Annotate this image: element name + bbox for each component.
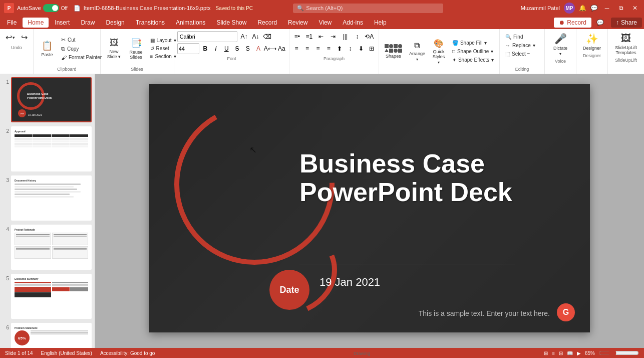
numbered-list-button[interactable]: ≡1 bbox=[303, 31, 314, 42]
menu-help[interactable]: Help bbox=[369, 18, 392, 28]
align-bottom-button[interactable]: ⬇ bbox=[356, 43, 366, 54]
line-spacing-button[interactable]: ↕ bbox=[352, 31, 363, 42]
arrange-button[interactable]: ⧉ Arrange ▾ bbox=[407, 40, 428, 63]
select-button[interactable]: ⬚ Select ~ bbox=[503, 50, 541, 58]
menu-review[interactable]: Review bbox=[283, 18, 312, 28]
paste-button[interactable]: 📋 Paste bbox=[37, 38, 58, 59]
slide-thumb-4[interactable]: Project Rationale bbox=[11, 225, 92, 270]
shape-fill-button[interactable]: 🪣 Shape Fill ▾ bbox=[450, 39, 496, 47]
zoom-slider[interactable] bbox=[599, 351, 639, 355]
align-top-button[interactable]: ⬆ bbox=[335, 43, 344, 54]
slide-sample-text[interactable]: This is a sample text. Enter your text h… bbox=[419, 309, 550, 317]
comment-icon[interactable]: 💬 bbox=[593, 18, 607, 28]
slideuplift-button[interactable]: 🖼 SlideUpLiftTemplates bbox=[611, 31, 641, 57]
view-normal-button[interactable]: ⊞ bbox=[544, 350, 548, 356]
undo-button[interactable]: ↩ ▾ bbox=[3, 31, 18, 44]
slide-thumb-1[interactable]: Business CasePowerPoint Deck Date 19 Jan… bbox=[11, 77, 92, 122]
comment-icon[interactable]: 💬 bbox=[590, 5, 598, 12]
menu-transitions[interactable]: Transitions bbox=[131, 18, 170, 28]
replace-button[interactable]: ↔ Replace ▾ bbox=[503, 42, 541, 49]
slide-item-2[interactable]: 2 Approval bbox=[2, 125, 93, 172]
menu-animations[interactable]: Animations bbox=[171, 18, 210, 28]
menu-record[interactable]: Record bbox=[252, 18, 282, 28]
menu-slideshow[interactable]: Slide Show bbox=[211, 18, 251, 28]
slide-title[interactable]: Business Case PowerPoint Deck bbox=[299, 149, 512, 207]
font-color-button[interactable]: A bbox=[254, 43, 263, 54]
menu-design[interactable]: Design bbox=[101, 18, 129, 28]
menu-draw[interactable]: Draw bbox=[76, 18, 100, 28]
shape-outline-button[interactable]: □ Shape Outline ▾ bbox=[450, 48, 496, 55]
language-indicator[interactable]: English (United States) bbox=[41, 350, 92, 356]
font-size-input[interactable] bbox=[177, 43, 199, 54]
underline-button[interactable]: U bbox=[222, 43, 231, 54]
slide-item-3[interactable]: 3 Document History bbox=[2, 174, 93, 222]
search-bar[interactable]: 🔍 bbox=[293, 4, 443, 13]
share-button[interactable]: ↑ Share bbox=[611, 18, 642, 28]
ribbon-collapse-icon[interactable]: 🔔 bbox=[579, 5, 586, 12]
increase-indent-button[interactable]: ⇥ bbox=[328, 31, 339, 42]
slide-item-4[interactable]: 4 Project Rationale bbox=[2, 224, 93, 271]
view-outline-button[interactable]: ≡ bbox=[552, 350, 555, 356]
font-name-input[interactable] bbox=[177, 31, 237, 42]
justify-button[interactable]: ≡ bbox=[324, 43, 334, 54]
slide-thumb-3[interactable]: Document History bbox=[11, 175, 92, 221]
columns-button[interactable]: ||| bbox=[340, 31, 351, 42]
align-middle-button[interactable]: ↕ bbox=[346, 43, 355, 54]
quick-styles-button[interactable]: 🎨 QuickStyles ▾ bbox=[430, 37, 448, 66]
menu-view[interactable]: View bbox=[313, 18, 337, 28]
format-painter-button[interactable]: 🖌 Format Painter bbox=[59, 54, 104, 62]
designer-button[interactable]: ✨ Designer bbox=[579, 31, 604, 52]
char-spacing-button[interactable]: A⟷ bbox=[264, 43, 275, 54]
autosave-control[interactable]: AutoSave Off bbox=[17, 4, 68, 12]
clear-format-button[interactable]: ⌫ bbox=[262, 31, 273, 42]
minimize-button[interactable]: ─ bbox=[602, 3, 612, 13]
shape-effects-button[interactable]: ✦ Shape Effects ▾ bbox=[450, 56, 496, 64]
zoom-level[interactable]: 65% bbox=[585, 350, 595, 356]
align-right-button[interactable]: ≡ bbox=[313, 43, 323, 54]
slide-item-6[interactable]: 6 Problem Statement 65% bbox=[2, 322, 93, 348]
slide-date-text[interactable]: 19 Jan 2021 bbox=[319, 276, 380, 289]
accessibility-status[interactable]: Accessibility: Good to go bbox=[100, 350, 155, 356]
restore-button[interactable]: ⧉ bbox=[616, 3, 626, 13]
find-button[interactable]: 🔍 Find bbox=[503, 33, 541, 41]
shadow-button[interactable]: S bbox=[243, 43, 252, 54]
view-slide-sorter-button[interactable]: ⊟ bbox=[559, 350, 563, 356]
dictate-button[interactable]: 🎤 Dictate ▾ bbox=[548, 31, 573, 58]
text-direction-button[interactable]: ⟲A bbox=[364, 31, 375, 42]
new-slide-button[interactable]: 🖼 NewSlide ▾ bbox=[104, 36, 125, 61]
record-button[interactable]: ⏺ Record bbox=[554, 18, 591, 28]
bullets-button[interactable]: ≡• bbox=[291, 31, 302, 42]
change-case-button[interactable]: Aa bbox=[277, 43, 286, 54]
copy-button[interactable]: ⧉ Copy bbox=[59, 45, 104, 53]
redo-button[interactable]: ↪ bbox=[19, 31, 30, 44]
slide-item-1[interactable]: 1 Business CasePowerPoint Deck Date 19 J… bbox=[2, 76, 93, 123]
canvas-area[interactable]: Business Case PowerPoint Deck Date 19 Ja… bbox=[95, 74, 644, 348]
smartart-convert-button[interactable]: ⊞ bbox=[367, 43, 376, 54]
slide-thumb-2[interactable]: Approval bbox=[11, 126, 92, 171]
italic-button[interactable]: I bbox=[211, 43, 220, 54]
decrease-indent-button[interactable]: ⇤ bbox=[315, 31, 327, 42]
shapes-button[interactable]: Shapes bbox=[382, 43, 405, 60]
bold-button[interactable]: B bbox=[201, 43, 210, 54]
slide-date-label[interactable]: Date bbox=[269, 270, 309, 310]
autosave-toggle[interactable] bbox=[43, 4, 59, 12]
slide-canvas[interactable]: Business Case PowerPoint Deck Date 19 Ja… bbox=[149, 84, 590, 332]
align-center-button[interactable]: ≡ bbox=[302, 43, 312, 54]
cut-button[interactable]: ✂ Cut bbox=[59, 36, 104, 44]
view-reading-button[interactable]: 📖 bbox=[567, 350, 573, 356]
slide-thumb-5[interactable]: Executive Summary bbox=[11, 274, 92, 319]
menu-home[interactable]: Home bbox=[23, 18, 49, 28]
search-input[interactable] bbox=[306, 5, 439, 11]
increase-font-button[interactable]: A↑ bbox=[239, 31, 250, 42]
menu-file[interactable]: File bbox=[2, 18, 22, 28]
close-button[interactable]: ✕ bbox=[630, 3, 640, 13]
align-left-button[interactable]: ≡ bbox=[291, 43, 301, 54]
strikethrough-button[interactable]: S bbox=[232, 43, 241, 54]
slide-thumb-6[interactable]: Problem Statement 65% bbox=[11, 323, 92, 348]
reuse-slides-button[interactable]: 📑 ReuseSlides bbox=[126, 36, 147, 62]
decrease-font-button[interactable]: A↓ bbox=[250, 31, 261, 42]
view-slideshow-button[interactable]: ▶ bbox=[577, 350, 581, 356]
menu-insert[interactable]: Insert bbox=[50, 18, 75, 28]
menu-addins[interactable]: Add-ins bbox=[338, 18, 368, 28]
slide-item-5[interactable]: 5 Executive Summary bbox=[2, 273, 93, 320]
